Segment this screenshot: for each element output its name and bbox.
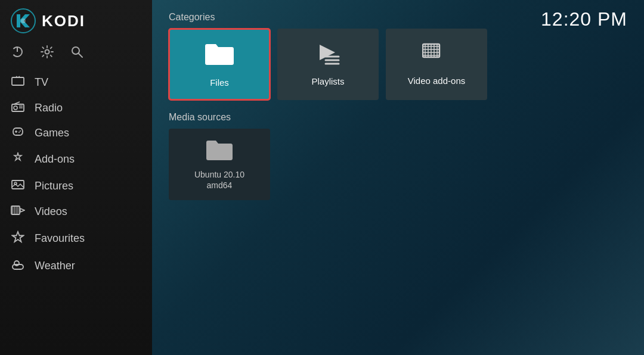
app-title: KODI — [42, 12, 85, 30]
sidebar-item-games-label: Games — [35, 127, 69, 139]
svg-point-13 — [14, 106, 17, 110]
sidebar-item-radio-label: Radio — [35, 102, 63, 114]
category-grid: Files Playlists — [169, 29, 627, 100]
sidebar-item-tv[interactable]: TV — [0, 70, 152, 95]
tile-playlists-label: Playlists — [311, 76, 344, 86]
source-ubuntu[interactable]: Ubuntu 20.10amd64 — [169, 129, 270, 200]
svg-point-5 — [45, 50, 49, 54]
settings-icon[interactable] — [41, 45, 54, 61]
sidebar-item-addons[interactable]: Add-ons — [0, 145, 152, 173]
addon-icon — [11, 151, 25, 167]
tv-icon — [11, 76, 25, 89]
svg-rect-20 — [12, 180, 24, 189]
radio-icon — [11, 101, 25, 115]
search-icon[interactable] — [70, 45, 83, 61]
sidebar-item-radio[interactable]: Radio — [0, 95, 152, 121]
tile-files-label: Files — [210, 77, 229, 88]
media-sources-grid: Ubuntu 20.10amd64 — [169, 129, 627, 200]
svg-point-19 — [18, 132, 20, 133]
sidebar-item-favourites-label: Favourites — [35, 232, 85, 245]
svg-rect-8 — [12, 77, 24, 85]
weather-icon — [11, 259, 25, 273]
sidebar-controls — [0, 42, 152, 70]
sidebar-item-videos[interactable]: Videos — [0, 199, 152, 225]
videos-icon — [11, 205, 25, 219]
svg-line-7 — [79, 54, 82, 57]
sidebar-nav: TV Radio — [0, 70, 152, 355]
svg-point-2 — [21, 18, 26, 23]
kodi-logo-icon — [11, 8, 36, 33]
svg-marker-31 — [320, 45, 335, 60]
sidebar-item-games[interactable]: Games — [0, 121, 152, 145]
media-sources-section: Media sources Ubuntu 20.10amd64 — [169, 112, 627, 200]
svg-point-6 — [72, 47, 79, 54]
sidebar-item-weather[interactable]: Weather — [0, 253, 152, 279]
sidebar-item-pictures[interactable]: Pictures — [0, 173, 152, 199]
source-folder-icon — [205, 138, 234, 163]
gamepad-icon — [11, 127, 25, 139]
tile-video-addons-label: Video add-ons — [408, 76, 465, 86]
sidebar-item-tv-label: TV — [35, 76, 48, 89]
files-folder-icon — [204, 41, 235, 71]
tile-files[interactable]: Files — [169, 29, 270, 100]
tile-playlists[interactable]: Playlists — [277, 29, 379, 100]
sidebar-item-weather-label: Weather — [35, 260, 75, 272]
power-icon[interactable] — [11, 45, 24, 61]
sidebar-item-videos-label: Videos — [35, 205, 67, 218]
main-content: 12:20 PM Categories Files — [152, 0, 644, 355]
sidebar-item-addons-label: Add-ons — [35, 153, 75, 166]
svg-point-18 — [20, 130, 21, 132]
favourites-icon — [11, 231, 25, 247]
video-addons-icon — [422, 43, 451, 70]
pictures-icon — [11, 179, 25, 193]
sidebar: KODI — [0, 0, 152, 355]
media-sources-label: Media sources — [169, 112, 627, 123]
source-ubuntu-label: Ubuntu 20.10amd64 — [194, 169, 244, 191]
sidebar-item-favourites[interactable]: Favourites — [0, 225, 152, 253]
time-display: 12:20 PM — [541, 8, 627, 30]
tile-video-addons[interactable]: Video add-ons — [386, 29, 487, 100]
sidebar-header: KODI — [0, 0, 152, 42]
playlists-icon — [315, 42, 341, 70]
sidebar-item-pictures-label: Pictures — [35, 180, 73, 192]
